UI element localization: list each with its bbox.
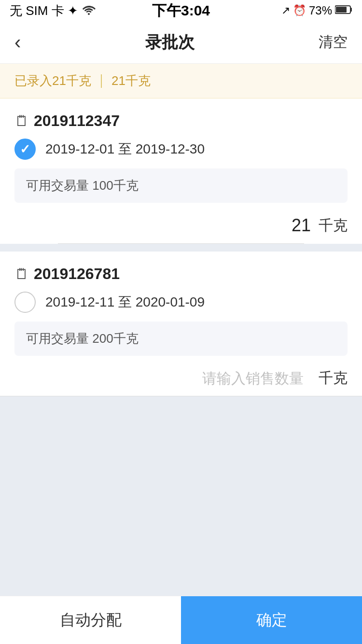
page-title: 录批次: [145, 31, 195, 54]
batch1-header: 🗒 2019112347: [0, 98, 362, 135]
batch2-avail: 可用交易量 200千克: [14, 322, 348, 356]
batch1-quantity-row: 21 千克: [0, 208, 362, 243]
batch2-unit: 千克: [319, 368, 348, 388]
batch1-avail: 可用交易量 100千克: [14, 168, 348, 203]
status-right: ↗ ⏰ 73%: [281, 4, 352, 17]
nav-bar: ‹ 录批次 清空: [0, 21, 362, 64]
batch2-card: 🗒 2019126781 2019-12-11 至 2020-01-09 可用交…: [0, 252, 362, 396]
wifi-icon: [82, 3, 96, 18]
sim-text: 无 SIM 卡 ✦: [10, 2, 78, 19]
batch1-icon: 🗒: [14, 113, 29, 129]
batch1-id: 2019112347: [34, 112, 120, 130]
location-icon: ↗: [281, 4, 290, 17]
summary-bar: 已录入21千克 21千克: [0, 64, 362, 98]
clear-button[interactable]: 清空: [319, 32, 348, 52]
batch2-input-row[interactable]: 千克: [0, 361, 362, 396]
batch2-header: 🗒 2019126781: [0, 252, 362, 288]
batch1-card: 🗒 2019112347 2019-12-01 至 2019-12-30 可用交…: [0, 98, 362, 244]
battery-icon: [335, 4, 352, 17]
batch1-unit: 千克: [319, 216, 348, 236]
status-bar: 无 SIM 卡 ✦ 下午3:04 ↗ ⏰ 73%: [0, 0, 362, 21]
summary-divider: [101, 74, 102, 88]
batch1-quantity-value: 21: [292, 215, 311, 236]
batch1-radio-row[interactable]: 2019-12-01 至 2019-12-30: [0, 135, 362, 164]
batch2-radio-row[interactable]: 2019-12-11 至 2020-01-09: [0, 288, 362, 317]
bottom-bar: 自动分配 确定: [0, 596, 362, 644]
status-left: 无 SIM 卡 ✦: [10, 2, 96, 19]
svg-rect-2: [336, 7, 347, 13]
section-separator: [0, 244, 362, 252]
auto-distribute-button[interactable]: 自动分配: [0, 596, 181, 644]
status-time: 下午3:04: [152, 1, 210, 21]
total-label: 21千克: [111, 72, 151, 89]
batch2-quantity-input[interactable]: [14, 370, 311, 387]
batch1-date-range: 2019-12-01 至 2019-12-30: [45, 140, 205, 158]
batch2-date-range: 2019-12-11 至 2020-01-09: [45, 293, 205, 311]
confirm-button[interactable]: 确定: [181, 596, 362, 644]
battery-text: 73%: [309, 4, 332, 17]
batch1-radio[interactable]: [14, 139, 36, 160]
recorded-label: 已录入21千克: [14, 72, 91, 89]
back-button[interactable]: ‹: [14, 31, 21, 53]
batch2-radio[interactable]: [14, 292, 36, 313]
svg-rect-1: [350, 8, 352, 12]
bottom-area: [0, 396, 362, 596]
batch2-id: 2019126781: [34, 265, 120, 283]
batch2-icon: 🗒: [14, 266, 29, 282]
alarm-icon: ⏰: [293, 4, 306, 17]
